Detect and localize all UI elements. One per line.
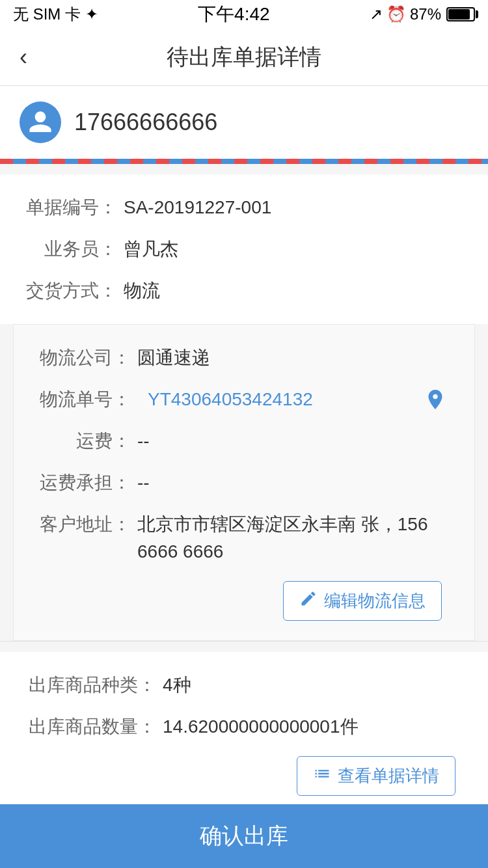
- goods-quantity-row: 出库商品数量： 14.620000000000001件: [26, 713, 462, 740]
- delivery-label: 交货方式：: [26, 277, 117, 305]
- goods-type-label: 出库商品种类：: [26, 671, 156, 699]
- logistics-card: 物流公司： 圆通速递 物流单号： YT43064053424132 运费： --…: [13, 324, 475, 641]
- status-bar-left: 无 SIM 卡 ✦: [13, 4, 98, 25]
- location-icon: ↗: [370, 5, 383, 23]
- freight-bear-row: 运费承担： --: [40, 469, 448, 496]
- address-label: 客户地址：: [40, 511, 131, 538]
- logistics-company-label: 物流公司：: [40, 344, 131, 372]
- status-bar-right: ↗ ⏰ 87%: [370, 5, 475, 23]
- tracking-value: YT43064053424132: [148, 386, 412, 413]
- edit-logistics-button[interactable]: 编辑物流信息: [283, 581, 442, 621]
- view-detail-area: 查看单据详情: [26, 756, 462, 796]
- delivery-value: 物流: [124, 277, 462, 305]
- salesman-row: 业务员： 曾凡杰: [26, 236, 462, 263]
- goods-quantity-label: 出库商品数量：: [26, 713, 156, 740]
- basic-info-section: 单据编号： SA-20191227-001 业务员： 曾凡杰 交货方式： 物流: [0, 174, 488, 324]
- tracking-row: 物流单号： YT43064053424132: [40, 386, 448, 413]
- edit-icon: [299, 590, 318, 612]
- battery-fill: [448, 9, 470, 20]
- freight-bear-value: --: [137, 469, 448, 496]
- address-row: 客户地址： 北京市市辖区海淀区永丰南 张，156 6666 6666: [40, 511, 448, 565]
- battery-percent: 87%: [410, 5, 441, 23]
- freight-row: 运费： --: [40, 427, 448, 455]
- freight-value: --: [137, 427, 448, 455]
- view-detail-button[interactable]: 查看单据详情: [297, 756, 455, 796]
- avatar: [20, 102, 61, 143]
- customer-section: 17666666666: [0, 86, 488, 159]
- alarm-icon: ⏰: [386, 5, 406, 23]
- battery-icon: [446, 7, 475, 21]
- salesman-value: 曾凡杰: [124, 236, 462, 263]
- document-row: 单据编号： SA-20191227-001: [26, 194, 462, 221]
- delivery-row: 交货方式： 物流: [26, 277, 462, 305]
- document-value: SA-20191227-001: [124, 194, 462, 221]
- logistics-company-value: 圆通速递: [137, 344, 448, 372]
- nav-bar: ‹ 待出库单据详情: [0, 29, 488, 86]
- document-label: 单据编号：: [26, 194, 117, 221]
- salesman-label: 业务员：: [26, 236, 117, 263]
- freight-label: 运费：: [40, 427, 131, 455]
- customer-phone: 17666666666: [74, 109, 217, 136]
- dashed-divider: [0, 159, 488, 164]
- address-value: 北京市市辖区海淀区永丰南 张，156 6666 6666: [137, 511, 448, 565]
- confirm-bar[interactable]: 确认出库: [0, 804, 488, 868]
- freight-bear-label: 运费承担：: [40, 469, 131, 496]
- goods-quantity-value: 14.620000000000001件: [163, 713, 462, 740]
- goods-section: 出库商品种类： 4种 出库商品数量： 14.620000000000001件 查…: [0, 652, 488, 815]
- confirm-button-label: 确认出库: [200, 821, 288, 851]
- tracking-label: 物流单号：: [40, 386, 131, 413]
- sim-status: 无 SIM 卡 ✦: [13, 4, 98, 25]
- goods-type-value: 4种: [163, 671, 462, 699]
- logistics-company-row: 物流公司： 圆通速递: [40, 344, 448, 372]
- status-bar: 无 SIM 卡 ✦ 下午4:42 ↗ ⏰ 87%: [0, 0, 488, 29]
- person-icon: [27, 109, 53, 135]
- page-title: 待出库单据详情: [167, 42, 321, 72]
- status-bar-time: 下午4:42: [198, 2, 270, 27]
- location-pin-icon[interactable]: [422, 387, 448, 413]
- detail-list-icon: [313, 765, 331, 787]
- view-detail-label: 查看单据详情: [338, 765, 439, 787]
- goods-type-row: 出库商品种类： 4种: [26, 671, 462, 699]
- edit-logistics-label: 编辑物流信息: [324, 590, 426, 612]
- section-separator: [0, 641, 488, 642]
- edit-logistics-area: 编辑物流信息: [40, 581, 448, 621]
- back-button[interactable]: ‹: [20, 44, 27, 71]
